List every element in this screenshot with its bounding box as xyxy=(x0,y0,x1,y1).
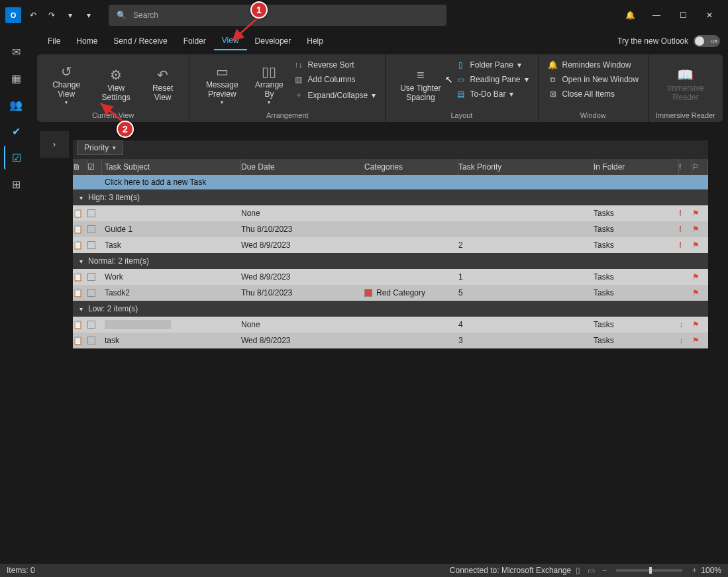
nav-more-icon[interactable]: ⊞ xyxy=(4,172,28,196)
task-category xyxy=(364,317,458,333)
expand-pane-button[interactable]: › xyxy=(40,131,69,158)
table-row[interactable]: 📋TaskWed 8/9/20232Tasks!⚑ xyxy=(73,237,708,253)
group-label: Low: 2 item(s) xyxy=(88,304,138,313)
col-flag-header[interactable]: ⚐ xyxy=(692,159,708,175)
close-all-items-button[interactable]: ⊠Close All Items xyxy=(544,87,643,101)
task-checkbox[interactable] xyxy=(87,209,95,217)
status-connected: Connected to: Microsoft Exchange xyxy=(450,566,571,575)
task-checkbox[interactable] xyxy=(87,225,95,233)
expand-collapse-button[interactable]: ＋Expand/Collapse ▾ xyxy=(289,87,380,103)
importance-low-icon: ↓ xyxy=(679,320,683,329)
flag-icon[interactable]: ⚑ xyxy=(692,209,700,218)
task-due: Wed 8/9/2023 xyxy=(241,333,364,348)
col-folder-header[interactable]: In Folder xyxy=(594,159,679,175)
col-priority-header[interactable]: Task Priority xyxy=(458,159,594,175)
zoom-in-icon[interactable]: + xyxy=(688,566,701,575)
group-header[interactable]: ▾Normal: 2 item(s) xyxy=(73,253,708,269)
table-row[interactable]: 📋None4Tasks↓⚑ xyxy=(73,317,708,333)
svg-line-0 xyxy=(232,17,258,41)
menu-home[interactable]: Home xyxy=(68,32,105,50)
task-due: Wed 8/9/2023 xyxy=(241,269,364,285)
importance-high-icon: ! xyxy=(679,240,682,250)
priority-filter-chip[interactable]: Priority ▾ xyxy=(77,140,123,155)
svg-line-1 xyxy=(101,103,123,122)
ribbon-group-layout: ≡Use Tighter Spacing ▯Folder Pane ▾ ▭Rea… xyxy=(386,54,538,122)
add-columns-button[interactable]: ▥Add Columns xyxy=(289,73,380,86)
task-checkbox[interactable] xyxy=(87,321,95,329)
task-subject: Tasdk2 xyxy=(102,285,241,301)
flag-icon[interactable]: ⚑ xyxy=(692,272,700,282)
try-new-toggle[interactable]: Off xyxy=(694,35,720,47)
group-label: High: 3 item(s) xyxy=(88,193,140,202)
menu-send-receive[interactable]: Send / Receive xyxy=(105,32,175,50)
ribbon: ↺Change View▾ ⚙View Settings ↶Reset View… xyxy=(37,54,723,122)
group-header[interactable]: ▾High: 3 item(s) xyxy=(73,189,708,205)
reset-view-button[interactable]: ↶Reset View xyxy=(142,57,183,111)
zoom-out-icon[interactable]: − xyxy=(598,566,611,575)
nav-mail-icon[interactable]: ✉ xyxy=(4,40,28,64)
nav-people-icon[interactable]: 👥 xyxy=(4,93,28,117)
nav-calendar-icon[interactable]: ▦ xyxy=(4,66,28,90)
use-tighter-spacing-button[interactable]: ≡Use Tighter Spacing xyxy=(391,57,450,111)
group-header[interactable]: ▾Low: 2 item(s) xyxy=(73,301,708,317)
col-importance-header[interactable]: ! xyxy=(679,159,692,175)
menu-file[interactable]: File xyxy=(40,32,68,50)
table-row[interactable]: 📋NoneTasks!⚑ xyxy=(73,205,708,221)
task-checkbox[interactable] xyxy=(87,289,95,297)
task-checkbox[interactable] xyxy=(87,241,95,249)
open-new-window-button[interactable]: ⧉Open in New Window xyxy=(544,73,643,86)
search-placeholder: Search xyxy=(133,11,158,20)
table-row[interactable]: 📋WorkWed 8/9/20231Tasks⚑ xyxy=(73,269,708,285)
flag-icon[interactable]: ⚑ xyxy=(692,240,700,250)
new-task-row[interactable]: Click here to add a new Task xyxy=(73,175,708,189)
nav-tasks-icon[interactable]: ☑ xyxy=(4,146,28,170)
view-reading-icon[interactable]: ▭ xyxy=(584,566,598,575)
reading-pane-button[interactable]: ▭Reading Pane ▾ xyxy=(451,73,532,86)
task-checkbox[interactable] xyxy=(87,337,95,344)
zoom-slider[interactable] xyxy=(616,569,682,572)
zoom-level: 100% xyxy=(701,566,721,575)
menu-help[interactable]: Help xyxy=(299,32,331,50)
task-folder: Tasks xyxy=(594,317,679,333)
task-subject xyxy=(102,205,241,221)
nav-check-icon[interactable]: ✔ xyxy=(4,119,28,143)
reminders-window-button[interactable]: 🔔Reminders Window xyxy=(544,58,643,72)
minimize-icon[interactable]: — xyxy=(643,5,670,25)
search-box[interactable]: 🔍 Search xyxy=(109,5,446,26)
table-row[interactable]: 📋Guide 1Thu 8/10/2023Tasks!⚑ xyxy=(73,221,708,237)
message-preview-button[interactable]: ▭Message Preview▾ xyxy=(195,57,249,111)
qa-customize-icon[interactable]: ▾ xyxy=(79,6,98,25)
col-icon-header[interactable]: 🗎 xyxy=(73,159,87,175)
menu-folder[interactable]: Folder xyxy=(176,32,214,50)
col-cat-header[interactable]: Categories xyxy=(364,159,458,175)
folder-pane-button[interactable]: ▯Folder Pane ▾ xyxy=(451,58,532,72)
task-checkbox[interactable] xyxy=(87,273,95,281)
menu-bar: File Home Send / Receive Folder View Dev… xyxy=(0,30,728,52)
flag-icon[interactable]: ⚑ xyxy=(692,336,700,345)
task-priority: 2 xyxy=(458,237,594,253)
arrange-by-button[interactable]: ▯▯Arrange By▾ xyxy=(250,57,287,111)
view-normal-icon[interactable]: ▯ xyxy=(571,566,584,575)
col-check-header[interactable]: ☑ xyxy=(87,159,102,175)
todo-bar-button[interactable]: ▤To-Do Bar ▾ xyxy=(451,87,532,101)
flag-icon[interactable]: ⚑ xyxy=(692,225,700,234)
left-nav: ✉ ▦ 👥 ✔ ☑ ⊞ xyxy=(0,0,32,565)
task-due: Thu 8/10/2023 xyxy=(241,285,364,301)
close-icon[interactable]: ✕ xyxy=(696,5,723,25)
flag-icon[interactable]: ⚑ xyxy=(692,288,700,297)
task-priority xyxy=(458,221,594,237)
col-due-header[interactable]: Due Date xyxy=(241,159,364,175)
task-category xyxy=(364,237,458,253)
table-row[interactable]: 📋taskWed 8/9/20233Tasks↓⚑ xyxy=(73,333,708,348)
flag-icon[interactable]: ⚑ xyxy=(692,320,700,329)
table-row[interactable]: 📋Tasdk2Thu 8/10/2023Red Category5Tasks⚑ xyxy=(73,285,708,301)
reverse-sort-button[interactable]: ↑↓Reverse Sort xyxy=(289,58,380,72)
redo-icon[interactable]: ↷ xyxy=(42,6,61,25)
maximize-icon[interactable]: ☐ xyxy=(670,5,696,25)
task-subject: task xyxy=(102,333,241,348)
notification-icon[interactable]: 🔔 xyxy=(617,5,643,25)
qa-dropdown-icon[interactable]: ▾ xyxy=(61,6,79,25)
change-view-button[interactable]: ↺Change View▾ xyxy=(42,57,90,111)
ribbon-group-immersive: 📖Immersive Reader Immersive Reader xyxy=(649,54,723,122)
col-subject-header[interactable]: Task Subject xyxy=(102,159,241,175)
